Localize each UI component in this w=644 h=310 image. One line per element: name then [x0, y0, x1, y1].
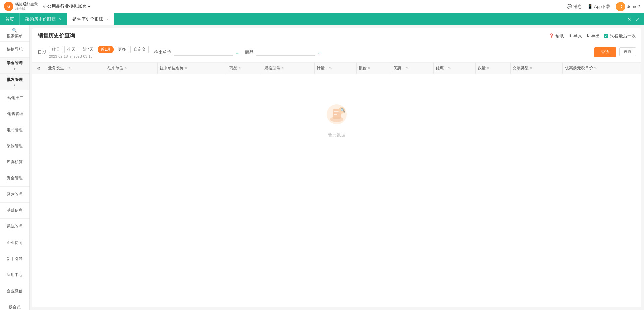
- goods-filter-input[interactable]: [256, 49, 315, 56]
- message-icon: 💬: [567, 4, 572, 9]
- empty-state: 🔍 暂元数据: [32, 74, 641, 165]
- sidebar-item-appstore[interactable]: 应用中心: [0, 267, 29, 283]
- sidebar-item-enterprise[interactable]: 企业协同: [0, 235, 29, 251]
- sidebar-item-search[interactable]: 🔍 搜索菜单: [0, 25, 29, 42]
- date-filter-group: 日期 昨天 今天 近7天 近1月 更多 自定义 2023-02-18 至 202…: [38, 46, 149, 59]
- unit-filter-dots[interactable]: ...: [236, 50, 239, 55]
- sidebar-item-marketing[interactable]: 营销推广: [0, 90, 29, 106]
- import-action[interactable]: ⬆ 导入: [568, 33, 582, 39]
- user-name: demo2: [627, 4, 640, 9]
- app-download-action[interactable]: 📱 App下载: [587, 4, 610, 10]
- only-last-checkbox[interactable]: ✓ 只看最后一次: [604, 33, 636, 39]
- empty-icon: 🔍: [323, 101, 350, 128]
- maximize-window-btn[interactable]: ⤢: [635, 17, 640, 22]
- date-btn-today[interactable]: 今天: [64, 46, 78, 53]
- sidebar-item-purchase[interactable]: 采购管理: [0, 138, 29, 154]
- th-biz-date-label: 业务发生...: [48, 65, 67, 71]
- th-qty-label: 数量: [478, 65, 486, 71]
- workspace-selector[interactable]: 办公用品行业模拟账套 ▾: [40, 3, 93, 9]
- date-buttons: 昨天 今天 近7天 近1月 更多 自定义: [49, 46, 149, 53]
- tab-home-label: 首页: [5, 16, 14, 22]
- date-range-text: 2023-02-18 至 2023-03-18: [49, 54, 149, 59]
- th-unit-measure-label: 计量...: [317, 65, 328, 71]
- th-unit-name[interactable]: 往来单位名称 ⇅: [157, 63, 227, 74]
- page-header: 销售历史价查询 ❓ 帮助 ⬆ 导入 ⬇ 导出 ✓: [32, 28, 641, 42]
- sidebar-item-member[interactable]: 畅会员: [0, 299, 29, 310]
- th-trade-type[interactable]: 交易类型 ⇅: [511, 63, 563, 74]
- date-btn-yesterday[interactable]: 昨天: [49, 46, 63, 53]
- goods-filter-label: 商品: [245, 49, 254, 55]
- unit-filter-input[interactable]: [174, 49, 233, 56]
- svg-rect-4: [334, 113, 338, 113]
- sidebar-item-operation[interactable]: 经营管理: [0, 187, 29, 203]
- message-action[interactable]: 💬 消息: [567, 4, 582, 10]
- avatar: D: [616, 2, 625, 11]
- goods-filter-dots[interactable]: ...: [318, 50, 322, 55]
- th-spec[interactable]: 规格型号 ⇅: [262, 63, 314, 74]
- sidebar-item-wholesale[interactable]: 批发管理 ▲: [0, 74, 29, 90]
- th-qty[interactable]: 数量 ⇅: [476, 63, 511, 74]
- th-discount1[interactable]: 优惠... ⇅: [391, 63, 434, 74]
- sidebar-basic-info-label: 基础信息: [7, 208, 23, 213]
- tab-purchase-close[interactable]: ×: [59, 17, 61, 22]
- page-title: 销售历史价查询: [38, 32, 75, 39]
- th-pretax-price[interactable]: 优惠前无税单价 ⇅: [563, 63, 641, 74]
- settings-button[interactable]: 设置: [619, 47, 636, 56]
- import-icon: ⬆: [568, 33, 572, 38]
- th-goods-label: 商品: [229, 65, 237, 71]
- user-area[interactable]: D demo2: [616, 2, 640, 11]
- tab-purchase[interactable]: 采购历史价跟踪 ×: [20, 13, 67, 25]
- sidebar-marketing-label: 营销推广: [7, 95, 23, 101]
- retail-expand-icon: ▾: [14, 67, 15, 71]
- app-download-label: App下载: [594, 4, 610, 10]
- sidebar-item-system[interactable]: 系统管理: [0, 219, 29, 235]
- th-biz-date[interactable]: 业务发生... ⇅: [46, 63, 105, 74]
- settings-col-icon[interactable]: ⚙: [37, 66, 41, 71]
- query-button[interactable]: 查询: [594, 47, 616, 57]
- th-price-label: 报价: [359, 65, 367, 71]
- sidebar-item-finance[interactable]: 资金管理: [0, 170, 29, 187]
- th-unit-measure[interactable]: 计量... ⇅: [314, 63, 357, 74]
- sidebar-item-sales-mgmt[interactable]: 销售管理: [0, 106, 29, 122]
- date-btn-1month[interactable]: 近1月: [98, 46, 114, 53]
- date-btn-7days[interactable]: 近7天: [80, 46, 96, 53]
- tab-sales[interactable]: 销售历史价跟踪 ×: [67, 13, 114, 25]
- th-unit-code[interactable]: 往来单位 ⇅: [105, 63, 158, 74]
- date-btn-custom[interactable]: 自定义: [130, 46, 149, 53]
- sidebar-purchase-label: 采购管理: [7, 143, 23, 149]
- filter-right: 查询 设置: [594, 47, 636, 57]
- sidebar-operation-label: 经营管理: [7, 192, 23, 197]
- date-btn-more[interactable]: 更多: [115, 46, 129, 53]
- th-price[interactable]: 报价 ⇅: [357, 63, 391, 74]
- th-discount2[interactable]: 优惠... ⇅: [433, 63, 476, 74]
- unit-filter-group: 往来单位 ...: [154, 49, 239, 56]
- th-spec-label: 规格型号: [264, 65, 280, 71]
- logo-icon: 6: [4, 2, 13, 11]
- logo-text-area: 畅捷通好生意 标准版: [15, 2, 38, 11]
- sidebar: 🔍 搜索菜单 快捷导航 零售管理 ▾ 批发管理 ▲ 营销推广 销售管理 电商管理…: [0, 25, 30, 310]
- date-options-group: 昨天 今天 近7天 近1月 更多 自定义 2023-02-18 至 2023-0…: [49, 46, 149, 59]
- export-label: 导出: [591, 33, 600, 39]
- sidebar-item-quick-nav[interactable]: 快捷导航: [0, 42, 29, 58]
- svg-text:🔍: 🔍: [340, 108, 345, 113]
- tab-sales-close[interactable]: ×: [106, 17, 109, 22]
- export-action[interactable]: ⬇ 导出: [586, 33, 600, 39]
- logo-title: 畅捷通好生意: [15, 2, 38, 6]
- sidebar-item-wechat[interactable]: 企业微信: [0, 283, 29, 299]
- close-window-btn[interactable]: ✕: [627, 17, 632, 22]
- sidebar-item-newbie[interactable]: 新手引导: [0, 251, 29, 267]
- th-goods[interactable]: 商品 ⇅: [227, 63, 262, 74]
- sidebar-item-basic-info[interactable]: 基础信息: [0, 203, 29, 219]
- tab-home[interactable]: 首页: [0, 13, 20, 25]
- sidebar-item-inventory[interactable]: 库存核算: [0, 154, 29, 170]
- search-icon: 🔍: [12, 28, 17, 33]
- sidebar-item-ecommerce[interactable]: 电商管理: [0, 122, 29, 138]
- th-discount2-sort: ⇅: [448, 66, 451, 70]
- help-action[interactable]: ❓ 帮助: [549, 33, 564, 39]
- checkbox-checked-icon: ✓: [604, 34, 608, 38]
- sidebar-item-retail[interactable]: 零售管理 ▾: [0, 58, 29, 74]
- top-header: 6 畅捷通好生意 标准版 办公用品行业模拟账套 ▾ 💬 消息 📱 App下载 D…: [0, 0, 644, 13]
- wholesale-expand-icon: ▲: [13, 83, 16, 87]
- empty-text: 暂元数据: [328, 132, 345, 138]
- filter-bar: 日期 昨天 今天 近7天 近1月 更多 自定义 2023-02-18 至 202…: [32, 42, 641, 63]
